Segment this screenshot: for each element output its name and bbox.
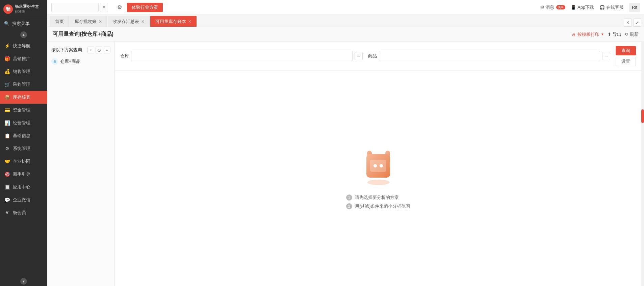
sidebar-item-label: 系统管理 (13, 146, 30, 152)
tab-available-stock-close[interactable]: ✕ (188, 19, 191, 24)
topbar-input-area: ▼ (51, 3, 112, 12)
template-print-label: 按模板打印 (577, 31, 599, 37)
member-icon: V (4, 210, 10, 216)
sidebar-item-label: 基础信息 (13, 133, 30, 139)
sidebar-item-finance[interactable]: 💳 资金管理 (0, 104, 47, 116)
sidebar-item-label: 畅会员 (13, 210, 26, 216)
empty-state-tips: 1 请先选择要分析的方案 2 用[过滤]条件来缩小分析范围 (346, 194, 410, 209)
online-service-btn[interactable]: 🎧 在线客服 (599, 4, 624, 10)
tip-text-1: 请先选择要分析的方案 (355, 194, 399, 201)
empty-state-illustration (358, 147, 398, 188)
settings-btn[interactable]: 设置 (616, 57, 636, 66)
tab-batch-account[interactable]: 库存批次账 ✕ (70, 16, 107, 27)
tip-num-1: 1 (346, 194, 352, 201)
settings-scheme-btn[interactable]: ⊙ (96, 47, 102, 53)
app-center-icon: 🔲 (4, 184, 10, 190)
tab-close-btn[interactable]: ✕ (624, 19, 632, 27)
sidebar-item-guide[interactable]: 🎯 新手引导 (0, 168, 47, 181)
sidebar-item-basic[interactable]: 📋 基础信息 (0, 129, 47, 142)
sidebar-brand-name: 畅康通好生意 (15, 4, 39, 9)
sidebar-item-inventory[interactable]: 📦 库存核算 (0, 91, 47, 104)
sidebar-logo-icon: 畅 (3, 4, 13, 14)
left-panel-header: 按以下方案查询 + ⊙ « (47, 45, 114, 55)
guide-icon: 🎯 (4, 171, 10, 177)
product-filter-more-btn[interactable]: ··· (602, 52, 610, 60)
sidebar-brand-sub: 标准版 (15, 9, 39, 14)
sidebar-item-label: 应用中心 (13, 184, 30, 190)
message-btn[interactable]: ✉ 消息 99+ (540, 4, 565, 10)
print-dropdown-icon: ▼ (601, 32, 604, 36)
template-print-btn[interactable]: 🖨 按模板打印 ▼ (572, 31, 604, 37)
purchase-icon: 🛒 (4, 81, 10, 87)
operation-icon: 📊 (4, 120, 10, 126)
sidebar-item-purchase[interactable]: 🛒 采购管理 (0, 78, 47, 91)
sidebar: 畅 畅康通好生意 标准版 🔍 搜索菜单 ▲ ⚡ 快捷导航 🎁 营销推广 💰 销售… (0, 0, 47, 286)
query-btn[interactable]: 查询 (616, 46, 636, 55)
sidebar-item-label: 营销推广 (13, 56, 30, 62)
app-download-btn[interactable]: 📱 App下载 (571, 4, 594, 10)
topbar-gear-btn[interactable]: ⚙ (115, 3, 124, 12)
topbar: ▼ ⚙ 体验行业方案 ✉ 消息 99+ 📱 App下载 🎧 在线客服 Rit (47, 0, 644, 15)
print-icon: 🖨 (572, 32, 576, 37)
empty-state: 1 请先选择要分析的方案 2 用[过滤]条件来缩小分析范围 (115, 71, 641, 286)
user-avatar-area[interactable]: Rit (629, 3, 640, 12)
tab-batch-account-label: 库存批次账 (75, 19, 97, 25)
tab-available-stock[interactable]: 可用量库存账本 ✕ (150, 16, 197, 27)
add-scheme-btn[interactable]: + (87, 47, 94, 53)
content-area: 按以下方案查询 + ⊙ « ⊕ 仓库+商品 仓库 ··· (47, 42, 644, 286)
scheme-item-label: 仓库+商品 (60, 58, 80, 64)
tab-receipt-summary[interactable]: 收发存汇总表 ✕ (108, 16, 150, 27)
message-label: 消息 (545, 4, 554, 10)
tab-batch-account-close[interactable]: ✕ (99, 19, 102, 24)
tab-home[interactable]: 首页 (50, 16, 69, 27)
main-content: ▼ ⚙ 体验行业方案 ✉ 消息 99+ 📱 App下载 🎧 在线客服 Rit (47, 0, 644, 286)
topbar-search-input[interactable] (51, 3, 99, 12)
sidebar-item-label: 经营管理 (13, 120, 30, 126)
sidebar-search[interactable]: 🔍 搜索菜单 (0, 17, 47, 30)
export-label: 导出 (613, 31, 621, 37)
topbar-dropdown-btn[interactable]: ▼ (100, 3, 108, 12)
warehouse-filter-more-btn[interactable]: ··· (355, 52, 363, 60)
quick-nav-icon: ⚡ (4, 43, 10, 49)
sidebar-scroll-up[interactable]: ▲ (20, 31, 27, 38)
sidebar-item-system[interactable]: ⚙ 系统管理 (0, 142, 47, 155)
left-panel-title: 按以下方案查询 (51, 47, 82, 53)
sidebar-item-app-center[interactable]: 🔲 应用中心 (0, 181, 47, 193)
sidebar-header: 畅 畅康通好生意 标准版 (0, 0, 47, 17)
sidebar-item-label: 销售管理 (13, 69, 30, 75)
tab-expand-btn[interactable]: ⤢ (633, 19, 641, 27)
export-btn[interactable]: ⬆ 导出 (608, 31, 621, 37)
online-service-label: 在线客服 (606, 4, 624, 10)
sidebar-item-enterprise[interactable]: 🤝 企业协同 (0, 155, 47, 168)
sidebar-item-quick-nav[interactable]: ⚡ 快捷导航 (0, 40, 47, 52)
sidebar-scroll-down[interactable]: ▼ (20, 278, 27, 285)
tip-num-2: 2 (346, 203, 352, 209)
sidebar-item-label: 采购管理 (13, 81, 30, 87)
finance-icon: 💳 (4, 107, 10, 113)
topbar-actions: ✉ 消息 99+ 📱 App下载 🎧 在线客服 Rit (540, 3, 640, 12)
left-panel-actions: + ⊙ « (87, 47, 110, 53)
tab-available-stock-label: 可用量库存账本 (155, 19, 186, 25)
product-filter-input[interactable] (379, 51, 600, 61)
basic-icon: 📋 (4, 133, 10, 139)
enterprise-icon: 🤝 (4, 158, 10, 164)
message-badge: 99+ (556, 5, 565, 9)
sidebar-nav: ⚡ 快捷导航 🎁 营销推广 💰 销售管理 🛒 采购管理 📦 库存核算 💳 资金管… (0, 40, 47, 277)
scheme-item-warehouse-product[interactable]: ⊕ 仓库+商品 (47, 55, 114, 68)
sidebar-item-sales[interactable]: 💰 销售管理 (0, 65, 47, 78)
sidebar-item-operation[interactable]: 📊 经营管理 (0, 116, 47, 129)
filter-row: 仓库 ··· 商品 ··· 查询 设置 (115, 42, 641, 71)
scrollbar-thumb[interactable] (641, 109, 644, 123)
right-scrollbar (641, 42, 644, 286)
refresh-label: 刷新 (630, 31, 639, 37)
warehouse-filter-label: 仓库 (120, 53, 129, 59)
sidebar-item-member[interactable]: V 畅会员 (0, 206, 47, 219)
sidebar-item-wechat[interactable]: 💬 企业微信 (0, 193, 47, 206)
refresh-btn[interactable]: ↻ 刷新 (625, 31, 639, 37)
tab-receipt-summary-close[interactable]: ✕ (141, 19, 145, 24)
warehouse-filter-input[interactable] (131, 51, 353, 61)
message-icon: ✉ (540, 5, 544, 10)
trial-industry-btn[interactable]: 体验行业方案 (127, 3, 163, 12)
collapse-panel-btn[interactable]: « (104, 47, 110, 53)
sidebar-item-marketing[interactable]: 🎁 营销推广 (0, 52, 47, 65)
